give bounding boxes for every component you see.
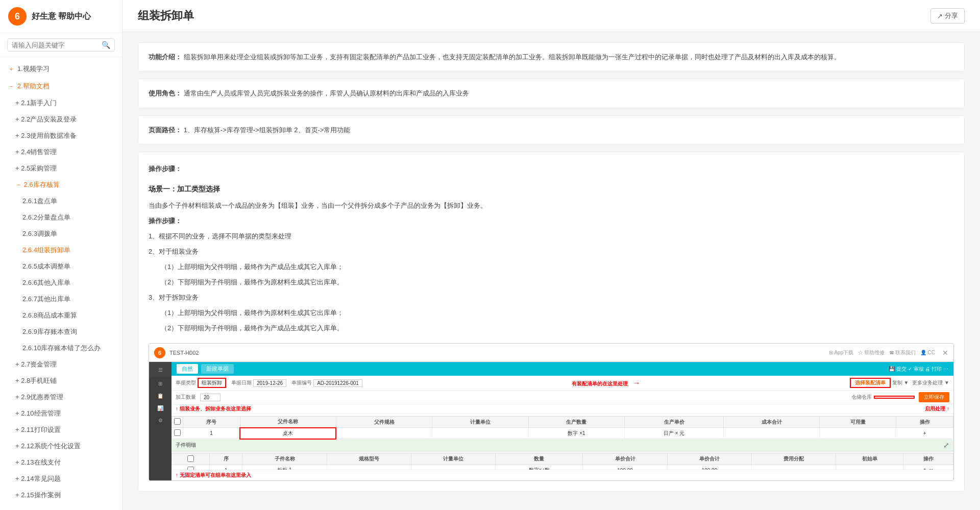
sidebar-item-docs-22[interactable]: + 2.2产品安装及登录 [0, 111, 122, 128]
sidebar-item-docs-266[interactable]: 2.6.6其他入库单 [0, 275, 122, 291]
sidebar-item-docs-214[interactable]: + 2.14常见问题 [0, 471, 122, 487]
sidebar-item-docs-26[interactable]: － 2.6库存核算 [0, 177, 122, 193]
fake-field-label: 单据类型 [176, 379, 196, 386]
sidebar-item-docs-264[interactable]: 2.6.4组装拆卸单 [0, 242, 122, 258]
fake-bottom-ann: ↑ 无固定清单可在组单在这里录入 [172, 470, 953, 480]
fake-nav-icon2: ⊞ [149, 377, 172, 390]
nav-list: ＋ 1.视频学习 － 2.帮助文档 + 2.1新手入门 + 2.2产品安装及登录… [0, 57, 122, 510]
fake-teal-header: 自然 新建单据 💾 提交 ✓ 审核 🖨 打印 ⋯ [172, 362, 953, 376]
fake-lth-qty: 数量 [496, 453, 583, 465]
sidebar-item-docs-213[interactable]: + 2.13在线支付 [0, 454, 122, 471]
fake-row-check[interactable] [174, 429, 181, 436]
fake-field-type: 单据类型 组装拆卸 [176, 378, 226, 388]
fake-th-father-spec: 父件规格 [336, 417, 432, 428]
search-input[interactable] [12, 41, 102, 49]
sidebar-item-docs-269[interactable]: 2.6.9库存账本查询 [0, 324, 122, 340]
fake-nav-icon5: ⚙ [149, 414, 172, 426]
fake-th-unit: 计量单位 [432, 417, 528, 428]
fake-select-all[interactable] [174, 418, 181, 425]
sidebar-item-docs-262[interactable]: 2.6.2分量盘点单 [0, 209, 122, 226]
sidebar-item-docs-265[interactable]: 2.6.5成本调整单 [0, 258, 122, 275]
fake-td-unit [432, 428, 528, 439]
search-box: 🔍 [7, 38, 115, 52]
sidebar-item-docs-261[interactable]: 2.6.1盘点单 [0, 193, 122, 209]
search-icon[interactable]: 🔍 [102, 41, 110, 49]
fake-number-value: AD-20191226-001 [313, 379, 362, 387]
fake-warehouse-input[interactable] [874, 396, 915, 399]
sidebar-item-docs-25[interactable]: + 2.5采购管理 [0, 160, 122, 177]
sub-item-label: + 2.7资金管理 [15, 360, 57, 368]
fake-td-op: + [896, 428, 953, 439]
fake-ann3: 启用处理 ↑ [925, 405, 949, 412]
fake-lower-table-head: 序 子件名称 规格型号 计量单位 数量 单价合计 单价合计 费用分配 [172, 453, 953, 465]
sidebar-item-docs-267[interactable]: 2.6.7其他出库单 [0, 291, 122, 307]
sidebar-item-video[interactable]: ＋ 1.视频学习 [0, 60, 122, 78]
step2-sub2: （2）下部明细为子件明细，最终作为原材料生成其它出库单。 [161, 276, 954, 289]
fake-ann1-arrow: → [633, 379, 640, 387]
step2-sub1: （1）上部明细为父件明细，最终作为产成品生成其它入库单； [161, 260, 954, 274]
sidebar-item-docs-23[interactable]: + 2.3使用前数据准备 [0, 128, 122, 144]
sidebar-item-docs-29[interactable]: + 2.9优惠券管理 [0, 389, 122, 405]
fake-save-btn[interactable]: 立即保存 [919, 392, 949, 402]
main-content: 组装拆卸单 ↗ 分享 功能介绍： 组装拆卸单用来处理企业组装或拆卸等加工业务，支… [122, 0, 980, 510]
sidebar-item-docs-24[interactable]: + 2.4销售管理 [0, 144, 122, 160]
fake-td-avail [820, 428, 896, 439]
sub-item-label: + 2.10经营管理 [15, 409, 61, 417]
logo-icon: 6 [8, 7, 27, 26]
share-button[interactable]: ↗ 分享 [930, 8, 965, 23]
logo-area: 6 好生意 帮助中心 [0, 0, 122, 33]
search-area: 🔍 [0, 33, 122, 57]
fake-select-btn[interactable]: 选择装配清单 [850, 378, 891, 388]
sub-item-label: 2.6.8商品成本重算 [22, 311, 77, 319]
share-icon: ↗ [937, 12, 943, 20]
fake-td-check [172, 428, 183, 439]
fake-upper-row-1: 1 桌木 数字 ×1 日产 × 元 + [172, 428, 953, 439]
sub-item-label: + 2.9优惠券管理 [15, 393, 63, 401]
sidebar-item-docs-263[interactable]: 2.6.3调拨单 [0, 226, 122, 242]
fake-close-icon[interactable]: ✕ [942, 349, 948, 357]
fake-type-value: 组装拆卸 [198, 378, 226, 388]
fake-ltd-op: ✎ ✕ [903, 465, 953, 470]
fake-upper-table-container: 序号 父件名称 父件规格 计量单位 生产数量 生产单价 成本合计 可用量 [172, 414, 953, 440]
sidebar-item-docs-268[interactable]: 2.6.8商品成本重算 [0, 307, 122, 324]
sidebar-item-docs-28[interactable]: + 2.8手机旺铺 [0, 373, 122, 389]
sub-item-label: + 2.5采购管理 [15, 164, 57, 172]
fake-th-avail: 可用量 [820, 417, 896, 428]
fake-td-name: 桌木 [240, 428, 336, 439]
main-header: 组装拆卸单 ↗ 分享 [122, 0, 980, 32]
sidebar-item-docs-2610[interactable]: 2.6.10库存账本错了怎么办 [0, 340, 122, 356]
fake-lower-table: 序 子件名称 规格型号 计量单位 数量 单价合计 单价合计 费用分配 [172, 453, 953, 470]
role-box: 使用角色： 通常由生产人员或库管人员完成拆装业务的操作，库管人员确认原材料的出库… [138, 79, 965, 108]
fake-td-qty: 数字 ×1 [528, 428, 624, 439]
scenario1-title: 场景一：加工类型选择 [149, 182, 954, 196]
fake-lower-table-header-bar: 子件明细 ⤢ [172, 440, 953, 451]
sidebar-item-label: 2.帮助文档 [17, 82, 50, 91]
sidebar-item-docs-211[interactable]: + 2.11打印设置 [0, 422, 122, 438]
fake-lth-op: 操作 [903, 453, 953, 465]
collapse-icon: － [8, 82, 14, 91]
fake-nav-icon3: 📋 [149, 390, 172, 402]
sidebar-item-docs[interactable]: － 2.帮助文档 [0, 78, 122, 95]
sidebar-item-docs-21[interactable]: + 2.1新手入门 [0, 95, 122, 111]
fake-fullscreen-icon[interactable]: ⤢ [943, 441, 949, 449]
fake-number-label: 单据编号 [291, 379, 312, 386]
sidebar-item-docs-215[interactable]: + 2.15操作案例 [0, 487, 122, 503]
fake-tab-natural[interactable]: 自然 [177, 364, 198, 374]
fake-ltd-spec [327, 465, 411, 470]
fake-ltd-p2: 100.00 [667, 465, 751, 470]
fake-ltd-seq: 1 [210, 465, 242, 470]
sub-item-label: － 2.6库存核算 [15, 181, 60, 188]
fake-td-spec [336, 428, 432, 439]
fake-right-controls: 选择装配清单 复制 ▼ 更多业务处理 ▼ [850, 378, 949, 388]
fake-tab-new[interactable]: 新建单据 [201, 364, 234, 374]
sub-item-label: 2.6.6其他入库单 [22, 279, 70, 286]
fake-lower-check-all[interactable] [187, 455, 194, 462]
fake-lth-init: 初始单 [836, 453, 903, 465]
sidebar-item-docs-212[interactable]: + 2.12系统个性化设置 [0, 438, 122, 454]
sub-item-label: + 2.14常见问题 [15, 475, 61, 482]
sidebar-item-docs-210[interactable]: + 2.10经营管理 [0, 405, 122, 422]
sub-item-label: + 2.2产品安装及登录 [15, 115, 77, 123]
sidebar-item-docs-27[interactable]: + 2.7资金管理 [0, 356, 122, 373]
fake-left-nav: ☰ ⊞ 📋 📊 ⚙ [149, 362, 172, 480]
fake-upper-table: 序号 父件名称 父件规格 计量单位 生产数量 生产单价 成本合计 可用量 [172, 416, 953, 440]
